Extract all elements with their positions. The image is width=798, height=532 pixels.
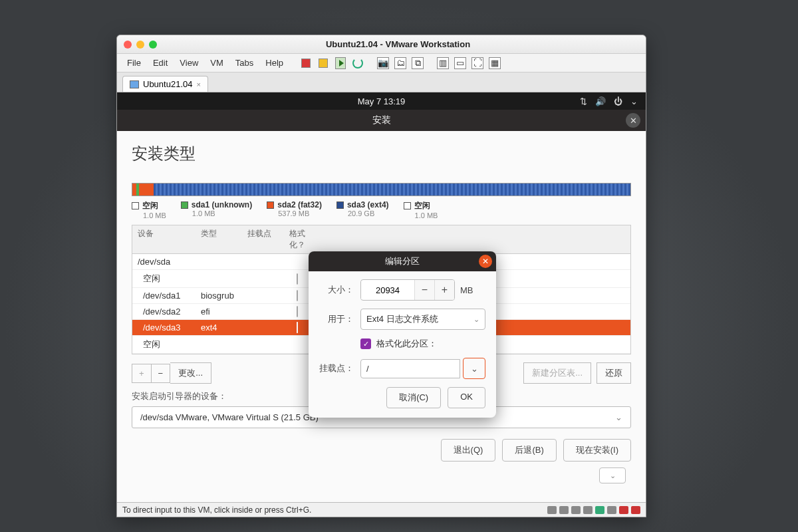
dialog-title: 编辑分区 <box>385 255 420 267</box>
seg-sda2 <box>139 184 154 196</box>
disk-usage-bar[interactable] <box>132 183 631 196</box>
size-label: 大小： <box>319 284 360 296</box>
mount-point-input[interactable]: / <box>360 359 460 378</box>
legend-item: 空闲1.0 MB <box>404 200 438 219</box>
col-mount: 挂载点 <box>242 225 279 253</box>
size-unit: MB <box>460 285 473 295</box>
menu-edit[interactable]: Edit <box>148 57 172 69</box>
gnome-topbar: May 7 13:19 ⇅ 🔊 ⏻ ⌄ <box>117 92 646 110</box>
legend-item: sda2 (fat32)537.9 MB <box>267 200 322 219</box>
col-type: 类型 <box>196 225 242 253</box>
change-partition-button[interactable]: 更改... <box>170 362 211 384</box>
dialog-close-icon[interactable]: ✕ <box>479 255 492 268</box>
menu-help[interactable]: Help <box>261 57 288 69</box>
add-partition-button[interactable]: + <box>132 364 152 383</box>
maximize-icon[interactable] <box>149 41 157 49</box>
net-icon[interactable] <box>571 506 581 514</box>
window-title: Ubuntu21.04 - VMware Workstation <box>157 39 639 49</box>
sound-icon[interactable] <box>595 506 604 514</box>
window-controls <box>124 41 157 49</box>
format-label: 格式化此分区： <box>376 338 437 350</box>
console-icon[interactable]: ▭ <box>454 57 466 69</box>
legend-item: sda1 (unknown)1.0 MB <box>181 200 252 219</box>
menu-view[interactable]: View <box>175 57 203 69</box>
close-icon[interactable] <box>124 41 132 49</box>
size-increment-button[interactable]: + <box>434 280 454 300</box>
thumbnail-icon[interactable]: ▦ <box>489 57 501 69</box>
format-checkbox[interactable] <box>297 322 298 333</box>
tab-close-icon[interactable]: × <box>196 80 200 88</box>
size-spinbox: − + <box>360 279 455 301</box>
volume-icon[interactable]: 🔊 <box>595 96 606 106</box>
vm-icon <box>130 80 139 88</box>
unity-icon[interactable]: ▥ <box>437 57 449 69</box>
device-icon[interactable] <box>619 506 628 514</box>
printer-icon[interactable] <box>607 506 616 514</box>
titlebar: Ubuntu21.04 - VMware Workstation <box>117 35 646 54</box>
seg-sda3 <box>154 184 630 196</box>
snapshot-mgr-icon[interactable]: 🗂 <box>394 57 406 69</box>
format-checkbox[interactable]: ✓ <box>360 338 371 349</box>
remove-partition-button[interactable]: − <box>152 364 171 383</box>
vm-tab-label: Ubuntu21.04 <box>143 79 192 89</box>
installer-header: 安装 ✕ <box>117 110 646 131</box>
menu-tabs[interactable]: Tabs <box>231 57 258 69</box>
chevron-down-icon: ⌄ <box>615 412 622 422</box>
tabbar: Ubuntu21.04 × <box>117 72 646 92</box>
snapshot-icon[interactable]: 📷 <box>377 57 389 69</box>
device2-icon[interactable] <box>631 506 640 514</box>
overflow-dropdown[interactable]: ⌄ <box>599 467 626 483</box>
pause-icon[interactable] <box>317 57 329 69</box>
new-table-button[interactable]: 新建分区表... <box>523 362 591 384</box>
menu-file[interactable]: File <box>122 57 146 69</box>
legend-item: sda3 (ext4)20.9 GB <box>336 200 389 219</box>
mount-value: / <box>366 364 369 374</box>
use-label: 用于： <box>319 313 360 325</box>
menu-vm[interactable]: VM <box>205 57 228 69</box>
cd-icon[interactable] <box>559 506 569 514</box>
usb-icon[interactable] <box>583 506 593 514</box>
play-icon[interactable] <box>334 57 346 69</box>
hdd-icon[interactable] <box>547 506 557 514</box>
back-button[interactable]: 后退(B) <box>502 439 556 462</box>
col-format: 格式化？ <box>279 225 315 253</box>
menubar: File Edit View VM Tabs Help 📷 🗂 ⧉ ▥ ▭ ⛶ … <box>117 54 646 72</box>
filesystem-value: Ext4 日志文件系统 <box>366 313 438 325</box>
install-now-button[interactable]: 现在安装(I) <box>563 439 631 462</box>
vm-tab[interactable]: Ubuntu21.04 × <box>122 76 208 92</box>
dialog-header: 编辑分区 ✕ <box>309 251 496 271</box>
format-checkbox[interactable] <box>297 306 298 317</box>
mount-label: 挂载点： <box>319 362 360 374</box>
ok-button[interactable]: OK <box>448 387 485 408</box>
stop-icon[interactable] <box>300 57 312 69</box>
installer-close-icon[interactable]: ✕ <box>626 113 640 128</box>
filesystem-select[interactable]: Ext4 日志文件系统 ⌄ <box>360 309 485 330</box>
chevron-down-icon: ⌄ <box>473 315 479 324</box>
bootloader-value: /dev/sda VMware, VMware Virtual S (21.5 … <box>140 412 319 422</box>
power-icon[interactable]: ⏻ <box>614 96 622 106</box>
legend-item: 空闲1.0 MB <box>132 200 166 219</box>
clone-icon[interactable]: ⧉ <box>412 57 424 69</box>
disk-legend: 空闲1.0 MB sda1 (unknown)1.0 MB sda2 (fat3… <box>132 200 631 219</box>
network-icon[interactable]: ⇅ <box>580 96 587 106</box>
installer-title: 安装 <box>372 114 391 126</box>
vmware-statusbar: To direct input to this VM, click inside… <box>117 502 646 517</box>
restart-icon[interactable] <box>352 57 364 69</box>
chevron-down-icon[interactable]: ⌄ <box>630 96 638 106</box>
edit-partition-dialog: 编辑分区 ✕ 大小： − + MB 用于： Ext4 日志文件系统 ⌄ ✓ 格式… <box>309 251 496 418</box>
size-decrement-button[interactable]: − <box>414 280 434 300</box>
mount-dropdown-button[interactable]: ⌄ <box>463 358 485 379</box>
clock[interactable]: May 7 13:19 <box>358 96 406 106</box>
minimize-icon[interactable] <box>136 41 144 49</box>
col-device: 设备 <box>132 225 196 253</box>
format-checkbox[interactable] <box>297 290 298 301</box>
status-text: To direct input to this VM, click inside… <box>122 505 311 515</box>
cancel-button[interactable]: 取消(C) <box>386 387 441 408</box>
revert-button[interactable]: 还原 <box>597 362 631 384</box>
quit-button[interactable]: 退出(Q) <box>441 439 496 462</box>
size-input[interactable] <box>361 281 414 299</box>
page-heading: 安装类型 <box>132 143 631 164</box>
format-checkbox[interactable] <box>297 273 298 285</box>
fullscreen-icon[interactable]: ⛶ <box>471 57 483 69</box>
